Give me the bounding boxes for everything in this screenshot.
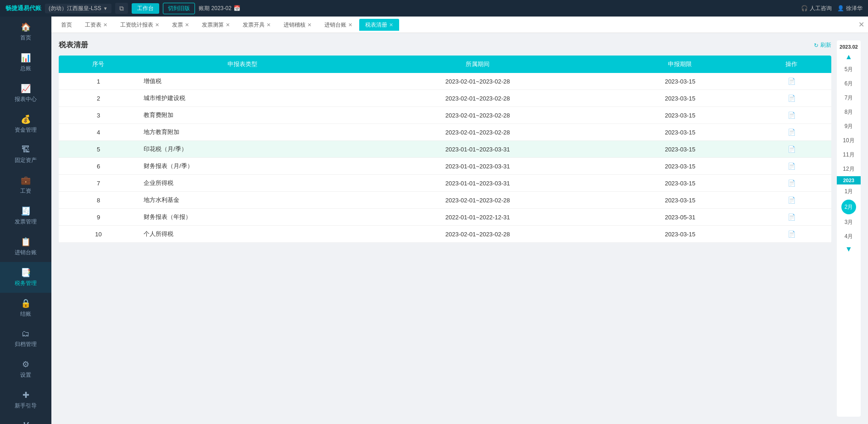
tab-invoice-open[interactable]: 发票开具 ✕ xyxy=(237,19,277,31)
action-icon[interactable]: 📄 xyxy=(788,112,796,119)
tab-invoice-close[interactable]: ✕ xyxy=(185,22,189,28)
sidebar-item-home[interactable]: 🏠 首页 xyxy=(0,17,51,47)
refresh-button[interactable]: ↻ 刷新 xyxy=(814,41,831,49)
table-row: 2 城市维护建设税 2023-02-01~2023-02-28 2023-03-… xyxy=(59,90,831,107)
user-menu[interactable]: 👤 徐泽华 xyxy=(837,5,862,12)
tab-wage-stats[interactable]: 工资统计报表 ✕ xyxy=(114,19,165,31)
cal-month-apr[interactable]: 4月 xyxy=(837,229,861,244)
cal-month-11[interactable]: 11月 xyxy=(837,148,861,162)
cal-month-8[interactable]: 8月 xyxy=(837,105,861,119)
sidebar-item-fund[interactable]: 💰 资金管理 xyxy=(0,109,51,139)
cell-no: 1 xyxy=(59,73,138,90)
tab-home-label: 首页 xyxy=(61,21,72,29)
cal-month-6[interactable]: 6月 xyxy=(837,77,861,91)
sidebar-item-report[interactable]: 📈 报表中心 xyxy=(0,78,51,109)
tab-invoice[interactable]: 发票 ✕ xyxy=(166,19,195,31)
action-icon[interactable]: 📄 xyxy=(788,196,796,204)
company-selector[interactable]: (勿动）江西服皇-LSS ▼ xyxy=(45,4,111,13)
copy-icon[interactable]: ⧉ xyxy=(115,3,128,14)
app-logo: 畅捷通易代账 xyxy=(6,4,41,12)
sidebar-item-tax[interactable]: 📑 税务管理 xyxy=(0,262,51,293)
ai-consult-button[interactable]: 🎧 人工咨询 xyxy=(801,5,832,12)
workstation-button[interactable]: 工作台 xyxy=(132,3,159,14)
tab-close-all-button[interactable]: ✕ xyxy=(858,20,864,29)
sidebar-item-wage[interactable]: 💼 工资 xyxy=(0,170,51,201)
sidebar-item-member[interactable]: V 畅会员 xyxy=(0,415,51,424)
cell-action[interactable]: 📄 xyxy=(752,209,831,226)
action-icon[interactable]: 📄 xyxy=(788,95,796,102)
cell-action[interactable]: 📄 xyxy=(752,90,831,107)
table-row: 6 财务报表（月/季） 2023-01-01~2023-03-31 2023-0… xyxy=(59,158,831,175)
cal-down-button[interactable]: ▼ xyxy=(837,244,861,255)
tab-wage-table[interactable]: 工资表 ✕ xyxy=(79,19,113,31)
tab-invoice-calc-close[interactable]: ✕ xyxy=(226,22,230,28)
cell-type: 企业所得税 xyxy=(138,175,347,192)
sidebar-label-archive: 归档管理 xyxy=(15,340,37,348)
cal-month-mar[interactable]: 3月 xyxy=(837,215,861,229)
cal-up-button[interactable]: ▲ xyxy=(837,51,861,62)
action-icon[interactable]: 📄 xyxy=(788,78,796,85)
cell-action[interactable]: 📄 xyxy=(752,158,831,175)
action-icon[interactable]: 📄 xyxy=(788,162,796,170)
action-icon[interactable]: 📄 xyxy=(788,230,796,238)
cell-period: 2023-01-01~2023-03-31 xyxy=(347,175,608,192)
tab-invoice-open-label: 发票开具 xyxy=(243,21,265,29)
cell-no: 6 xyxy=(59,158,138,175)
tab-purchase-review-close[interactable]: ✕ xyxy=(307,22,312,28)
table-row: 3 教育费附加 2023-02-01~2023-02-28 2023-03-15… xyxy=(59,107,831,124)
tab-home[interactable]: 首页 xyxy=(55,19,78,31)
sidebar-label-fund: 资金管理 xyxy=(15,126,37,134)
action-icon[interactable]: 📄 xyxy=(788,179,796,187)
cell-deadline: 2023-03-15 xyxy=(608,226,752,243)
company-name: (勿动）江西服皇-LSS xyxy=(49,5,101,12)
tab-tax-clearance-close[interactable]: ✕ xyxy=(389,22,393,28)
tab-invoice-open-close[interactable]: ✕ xyxy=(267,22,271,28)
sidebar-item-archive[interactable]: 🗂 归档管理 xyxy=(0,324,51,354)
sidebar-item-purchase-sale[interactable]: 📋 进销台账 xyxy=(0,231,51,262)
user-avatar-icon: 👤 xyxy=(837,5,844,11)
calendar-icon[interactable]: 📅 xyxy=(234,5,240,11)
cal-month-feb[interactable]: 2月 xyxy=(837,199,861,215)
cell-action[interactable]: 📄 xyxy=(752,107,831,124)
tab-tax-clearance[interactable]: 税表清册 ✕ xyxy=(359,19,399,31)
cell-type: 财务报表（年报） xyxy=(138,209,347,226)
cell-action[interactable]: 📄 xyxy=(752,226,831,243)
cell-no: 7 xyxy=(59,175,138,192)
cell-period: 2023-02-01~2023-02-28 xyxy=(347,73,608,90)
col-period: 所属期间 xyxy=(347,56,608,73)
sidebar-label-purchase-sale: 进销台账 xyxy=(15,249,37,257)
cal-month-jan[interactable]: 1月 xyxy=(837,184,861,199)
switch-old-button[interactable]: 切到旧版 xyxy=(163,3,195,14)
cal-month-7[interactable]: 7月 xyxy=(837,91,861,105)
tab-wage-stats-close[interactable]: ✕ xyxy=(155,22,159,28)
sidebar-item-close[interactable]: 🔒 结账 xyxy=(0,293,51,324)
sidebar-item-ledger[interactable]: 📊 总账 xyxy=(0,47,51,78)
tab-purchase-review[interactable]: 进销稽核 ✕ xyxy=(278,19,317,31)
cell-action[interactable]: 📄 xyxy=(752,141,831,158)
sidebar-item-guide[interactable]: ✚ 新手引导 xyxy=(0,385,51,415)
cal-month-9[interactable]: 9月 xyxy=(837,119,861,134)
cell-action[interactable]: 📄 xyxy=(752,124,831,141)
sidebar-item-assets[interactable]: 🏗 固定资产 xyxy=(0,139,51,170)
tab-purchase-ledger-close[interactable]: ✕ xyxy=(348,22,352,28)
cell-action[interactable]: 📄 xyxy=(752,73,831,90)
sidebar-item-invoice[interactable]: 🧾 发票管理 xyxy=(0,201,51,231)
tab-purchase-ledger[interactable]: 进销台账 ✕ xyxy=(318,19,358,31)
cal-month-10[interactable]: 10月 xyxy=(837,134,861,148)
table-row: 9 财务报表（年报） 2022-01-01~2022-12-31 2023-05… xyxy=(59,209,831,226)
action-icon[interactable]: 📄 xyxy=(788,128,796,136)
sidebar-item-settings[interactable]: ⚙ 设置 xyxy=(0,354,51,385)
cell-action[interactable]: 📄 xyxy=(752,192,831,209)
tab-wage-table-close[interactable]: ✕ xyxy=(103,22,107,28)
cell-action[interactable]: 📄 xyxy=(752,175,831,192)
tax-table: 序号 申报表类型 所属期间 申报期限 操作 1 增值税 2023-02-01~2… xyxy=(59,56,831,243)
cell-no: 8 xyxy=(59,192,138,209)
action-icon[interactable]: 📄 xyxy=(788,213,796,221)
guide-icon: ✚ xyxy=(22,390,29,400)
action-icon[interactable]: 📄 xyxy=(788,145,796,153)
cal-month-12[interactable]: 12月 xyxy=(837,162,861,176)
cell-deadline: 2023-03-15 xyxy=(608,107,752,124)
tab-invoice-label: 发票 xyxy=(172,21,183,29)
tab-invoice-calc[interactable]: 发票测算 ✕ xyxy=(196,19,236,31)
cal-month-5[interactable]: 5月 xyxy=(837,62,861,77)
